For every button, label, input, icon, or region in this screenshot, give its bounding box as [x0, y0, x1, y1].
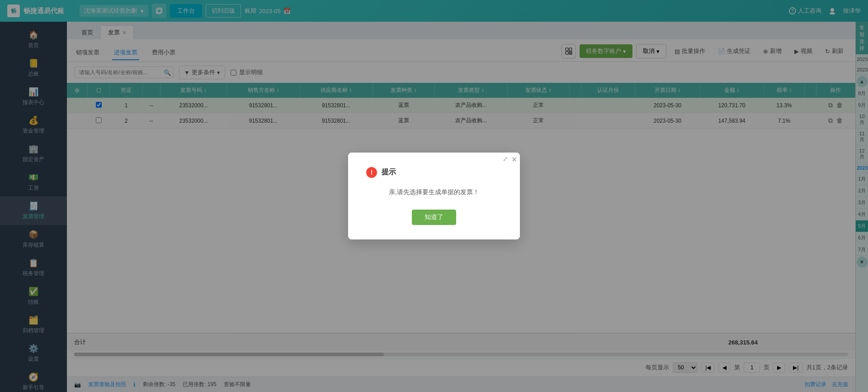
modal-title: ! 提示 [366, 167, 502, 178]
modal-title-text: 提示 [382, 167, 396, 177]
modal-warning-icon: ! [366, 167, 377, 178]
modal-expand-button[interactable]: ⤢ [503, 155, 508, 163]
modal-message: 亲,请先选择要生成单据的发票！ [366, 187, 502, 197]
modal-overlay[interactable]: ✕ ⤢ ! 提示 亲,请先选择要生成单据的发票！ 知道了 [0, 0, 868, 392]
modal-confirm-button[interactable]: 知道了 [412, 210, 456, 225]
modal-box: ✕ ⤢ ! 提示 亲,请先选择要生成单据的发票！ 知道了 [348, 153, 520, 239]
modal-close-button[interactable]: ✕ [511, 155, 517, 164]
modal-footer: 知道了 [366, 210, 502, 225]
